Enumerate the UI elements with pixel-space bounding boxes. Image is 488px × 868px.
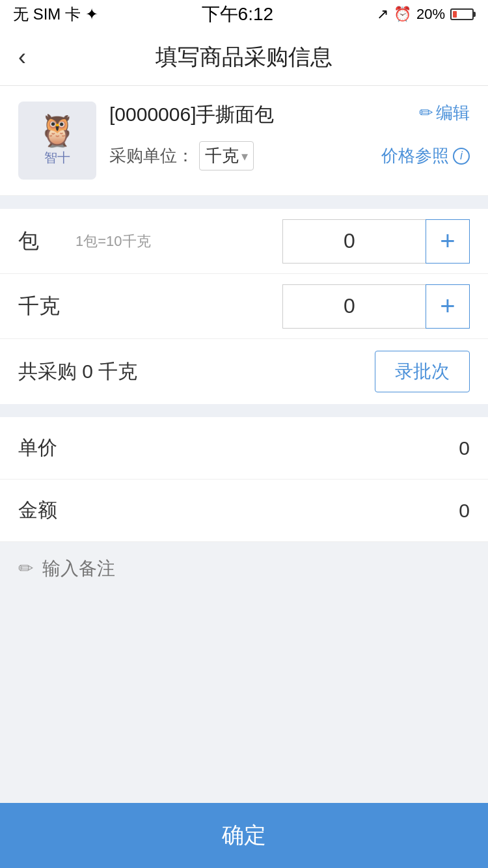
kg-field-wrapper: + [282,284,470,329]
remark-section: ✏ [0,542,488,595]
summary-row: 共采购 0 千克 录批次 [0,339,488,404]
kg-input-row: 千克 + [0,274,488,339]
page-title: 填写商品采购信息 [156,42,332,72]
confirm-button[interactable]: 确定 [0,803,488,868]
price-value: 0 [459,437,470,459]
product-name-row: [0000006]手撕面包 ✏ 编辑 [109,102,470,128]
unit-label: 采购单位： [109,144,194,167]
unit-select[interactable]: 千克 ▾ [199,141,254,170]
remark-input[interactable] [42,558,470,579]
section-divider-1 [0,196,488,209]
edit-label: 编辑 [436,102,470,124]
price-row: 单价 0 [0,417,488,480]
location-icon: ↗ [377,6,388,23]
input-section: 包 1包=10千克 + 千克 + [0,209,488,339]
battery-percent: 20% [416,6,445,23]
bao-input[interactable] [282,219,426,264]
section-divider-2 [0,404,488,417]
confirm-label: 确定 [222,821,266,850]
bao-field-wrapper: + [282,219,470,264]
sim-signal-text: 无 SIM 卡 ✦ [13,4,98,25]
price-label: 单价 [18,435,57,461]
bao-label: 包 [18,227,70,256]
alarm-icon: ⏰ [394,6,411,23]
status-left: 无 SIM 卡 ✦ [13,4,98,25]
edit-button[interactable]: ✏ 编辑 [419,102,470,124]
unit-value: 千克 [205,144,239,167]
bao-input-row: 包 1包=10千克 + [0,209,488,274]
bao-plus-button[interactable]: + [426,219,470,264]
chevron-down-icon: ▾ [241,148,248,164]
product-unit-row: 采购单位： 千克 ▾ 价格参照 i [109,141,470,170]
status-right: ↗ ⏰ 20% [377,6,475,23]
total-text: 共采购 0 千克 [18,359,137,385]
edit-icon: ✏ [419,103,433,123]
detail-section: 单价 0 金额 0 [0,417,488,542]
product-thumb-icon: 🦉 [38,115,77,146]
info-icon: i [453,148,470,165]
kg-input[interactable] [282,284,426,329]
record-batch-button[interactable]: 录批次 [375,351,470,392]
kg-plus-button[interactable]: + [426,284,470,329]
status-time: 下午6:12 [202,2,274,27]
amount-label: 金额 [18,497,57,524]
product-thumbnail: 🦉 智十 [18,102,96,180]
product-thumb-label: 智十 [44,149,70,167]
product-info: [0000006]手撕面包 ✏ 编辑 采购单位： 千克 ▾ 价格参照 i [109,102,470,170]
kg-label: 千克 [18,292,70,321]
status-bar: 无 SIM 卡 ✦ 下午6:12 ↗ ⏰ 20% [0,0,488,29]
back-button[interactable]: ‹ [18,46,26,69]
price-reference-button[interactable]: 价格参照 i [381,144,470,167]
product-card: 🦉 智十 [0000006]手撕面包 ✏ 编辑 采购单位： 千克 ▾ [0,86,488,196]
nav-bar: ‹ 填写商品采购信息 [0,29,488,86]
product-name: [0000006]手撕面包 [109,102,419,128]
bao-sublabel: 1包=10千克 [75,232,282,251]
battery-icon [450,8,475,20]
price-ref-label: 价格参照 [381,144,449,167]
amount-value: 0 [459,500,470,522]
amount-row: 金额 0 [0,480,488,542]
pencil-icon: ✏ [18,558,33,579]
